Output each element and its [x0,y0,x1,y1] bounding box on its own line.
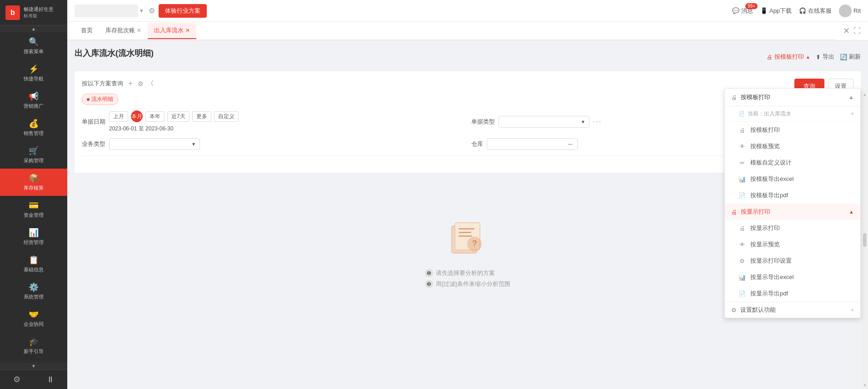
warehouse-select[interactable]: ··· [487,138,578,150]
date-btn-custom[interactable]: 自定义 [214,111,239,122]
page-content: 出入库流水(流水明细) 🖨 按模板打印 ▲ ⬆ 导出 🔄 刷新 [67,40,868,389]
tabs-bar: 首页 库存批次账 ✕ 出入库流水 ✕ [67,22,836,40]
export-icon: ⬆ [816,54,821,60]
top-bar: ▾ ⚙ 体验行业方案 💬 消息 99+ 📱 App下载 🎧 在线客服 [67,0,868,22]
scrollbar-up-icon[interactable]: ▲ [863,92,867,97]
sidebar-item-sales[interactable]: 💰 销售管理 [0,114,67,141]
biz-type-chevron-icon: ▾ [192,141,195,147]
scrollbar[interactable]: ▲ ▼ [862,91,868,389]
top-gear-icon[interactable]: ⚙ [149,6,155,15]
template-excel-icon: 📊 [738,175,746,183]
top-search-area: ▾ [75,5,143,17]
date-btn-this-month[interactable]: 本月 [131,110,143,122]
svg-text:?: ? [472,239,477,248]
sidebar-item-guide[interactable]: 🎓 新手引导 [0,332,67,359]
date-btn-this-year[interactable]: 本年 [145,111,165,122]
phone-icon: 📱 [760,7,768,14]
dropdown-item-display-settings[interactable]: ⚙ 按显示打印设置 [725,253,860,269]
logo-icon: b [5,5,20,20]
pause-icon[interactable]: ⏸ [46,375,55,384]
filter-collapse-icon[interactable]: 《 [147,80,154,88]
dropdown-item-display-excel[interactable]: 📊 按显示导出excel [725,269,860,285]
settings-bottom-icon[interactable]: ⚙ [13,374,20,384]
dropdown-item-template-pdf[interactable]: 📄 按模板导出pdf [725,187,860,204]
tab-batch[interactable]: 库存批次账 ✕ [99,23,148,39]
sidebar-item-purchase[interactable]: 🛒 采购管理 [0,141,67,169]
dropdown-current: 📄 当前：出入库流水 ▾ [725,106,860,122]
dropdown-section3[interactable]: ⚙ 设置默认功能 ▾ [725,302,860,318]
scroll-down[interactable]: ▼ [31,364,36,369]
date-btn-7days[interactable]: 近7天 [167,111,190,122]
search-chevron-icon[interactable]: ▾ [140,7,143,14]
export-btn[interactable]: ⬆ 导出 [816,53,834,61]
industry-btn[interactable]: 体验行业方案 [159,4,207,18]
dropdown-section2-header[interactable]: 🖨 按显示打印 ▲ [725,204,860,220]
tab-flow[interactable]: 出入库流水 ✕ [148,23,196,39]
app-download-action[interactable]: 📱 App下载 [760,7,792,15]
sidebar-item-system[interactable]: ⚙️ 系统管理 [0,278,67,305]
dropdown-title: 🖨 按模板打印 [731,93,770,101]
tab-batch-close[interactable]: ✕ [137,27,141,34]
scrollbar-down-icon[interactable]: ▼ [863,383,867,388]
sidebar-item-collab[interactable]: 🤝 企业协同 [0,305,67,332]
scrollbar-thumb[interactable] [863,233,867,247]
date-btn-last-month[interactable]: 上月 [109,111,128,122]
template-preview-icon: 👁 [738,143,746,150]
dropdown-item-display-pdf[interactable]: 📄 按显示导出pdf [725,285,860,302]
maximize-window-icon[interactable]: ⛶ [853,27,861,35]
top-search-input[interactable] [75,5,138,17]
dropdown-item-display-preview[interactable]: 👁 按显示预览 [725,236,860,253]
refresh-btn[interactable]: 🔄 刷新 [840,53,861,61]
search-bar-header: 按以下方案查询 ＋ ⚙ 《 [82,79,853,88]
empty-tip-2: ❷ 用[过滤]条件来缩小分析范围 [425,280,510,288]
empty-tips: ❶ 请先选择要分析的方案 ❷ 用[过滤]条件来缩小分析范围 [425,269,510,291]
tab-flow-close[interactable]: ✕ [185,27,190,34]
sidebar-item-basic[interactable]: 📋 基础信息 [0,250,67,278]
dropdown-item-template-print[interactable]: 🖨 按模板打印 [725,122,860,138]
sidebar-item-marketing[interactable]: 📢 营销推广 [0,87,67,114]
dropdown-item-display-print[interactable]: 🖨 按显示打印 [725,220,860,236]
card-icon: 💳 [29,200,39,210]
cart-icon: 🛒 [29,146,39,156]
dropdown-chevron-icon: ▲ [848,94,854,100]
biz-type-field: 业务类型 ▾ [82,138,464,150]
sidebar-bottom: ⚙ ⏸ [0,369,67,389]
chevron-up-icon: ▲ [806,55,810,60]
dropdown-header[interactable]: 🖨 按模板打印 ▲ [725,89,860,106]
scroll-up[interactable]: ▲ [31,26,36,31]
dropdown-item-template-design[interactable]: ✏ 模板自定义设计 [725,155,860,171]
online-service-action[interactable]: 🎧 在线客服 [799,7,832,15]
doc-type-select[interactable]: ▾ [499,116,589,128]
money-icon: 💰 [29,119,39,129]
top-bar-right: 💬 消息 99+ 📱 App下载 🎧 在线客服 Rit [732,5,861,17]
current-icon: 📄 [738,111,745,117]
dropdown-item-template-excel[interactable]: 📊 按模板导出excel [725,171,860,187]
tab-home[interactable]: 首页 [75,23,99,39]
message-action[interactable]: 💬 消息 99+ [732,7,753,15]
clipboard-icon: 📋 [29,255,39,265]
filter-settings-icon[interactable]: ⚙ [138,80,144,87]
sidebar-item-search[interactable]: 🔍 搜索菜单 [0,32,67,60]
date-btn-more[interactable]: 更多 [192,111,211,122]
sidebar-item-operation[interactable]: 📊 经营管理 [0,223,67,250]
current-chevron-icon: ▾ [851,111,854,117]
sidebar-item-finance[interactable]: 💳 资金管理 [0,196,67,223]
sidebar-item-app-center[interactable]: 🔷 应用中心 [0,359,67,363]
section3-icon: ⚙ [731,307,737,314]
biz-type-select[interactable]: ▾ [109,138,200,150]
user-profile[interactable]: Rit [839,5,861,17]
sidebar-item-inventory[interactable]: 📦 库存核算 [0,169,67,196]
add-filter-icon[interactable]: ＋ [127,79,134,88]
close-window-icon[interactable]: ✕ [843,26,850,36]
sidebar-item-quick-nav[interactable]: ⚡ 快捷导航 [0,60,67,87]
refresh-icon: 🔄 [840,54,847,60]
dropdown-item-template-preview[interactable]: 👁 按模板预览 [725,138,860,155]
date-shortcuts: 上月 本月 本年 近7天 更多 自定义 [109,110,239,122]
graduation-icon: 🎓 [29,337,39,347]
print-template-btn[interactable]: 🖨 按模板打印 ▲ [767,53,810,61]
doc-type-more-icon[interactable]: ··· [593,118,602,126]
display-excel-icon: 📊 [738,274,746,281]
search-icon: 🔍 [29,37,39,47]
svg-rect-4 [459,235,472,237]
template-design-icon: ✏ [738,159,746,166]
